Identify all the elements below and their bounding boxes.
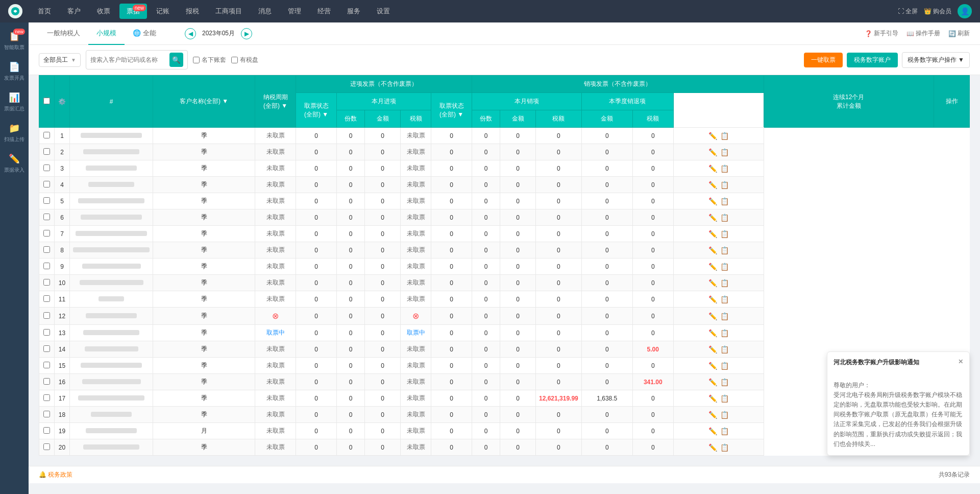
fullscreen-btn[interactable]: ⛶ 全屏 — [898, 7, 918, 16]
copy-icon[interactable]: 📋 — [720, 378, 729, 386]
one-click-fetch-btn[interactable]: 一键取票 — [804, 53, 843, 67]
row-check[interactable] — [39, 128, 55, 144]
edit-icon[interactable]: ✏️ — [708, 246, 717, 254]
copy-icon[interactable]: 📋 — [720, 197, 729, 205]
tab-small-scale[interactable]: 小规模 — [88, 22, 125, 45]
row-check[interactable] — [39, 242, 55, 258]
row-check[interactable] — [39, 439, 55, 456]
row-check[interactable] — [39, 144, 55, 160]
edit-icon[interactable]: ✏️ — [708, 263, 717, 271]
row-check[interactable] — [39, 390, 55, 407]
client-search-input[interactable] — [90, 56, 167, 63]
copy-icon[interactable]: 📋 — [720, 148, 729, 156]
edit-icon[interactable]: ✏️ — [708, 132, 717, 140]
copy-icon[interactable]: 📋 — [720, 329, 729, 337]
copy-icon[interactable]: 📋 — [720, 411, 729, 419]
edit-icon[interactable]: ✏️ — [708, 181, 717, 189]
under-account-check[interactable] — [193, 57, 200, 63]
edit-icon[interactable]: ✏️ — [708, 345, 717, 354]
sidebar-item-scan-upload[interactable]: 📁 扫描上传 — [2, 119, 27, 147]
edit-icon[interactable]: ✏️ — [708, 394, 717, 403]
row-checkbox[interactable] — [43, 148, 50, 155]
edit-icon[interactable]: ✏️ — [708, 230, 717, 238]
digital-account-btn[interactable]: 税务数字账户 — [847, 53, 898, 67]
row-check[interactable] — [39, 291, 55, 308]
row-check[interactable] — [39, 275, 55, 291]
th-client-name[interactable]: 客户名称(全部) ▼ — [153, 76, 255, 128]
copy-icon[interactable]: 📋 — [720, 164, 729, 173]
copy-icon[interactable]: 📋 — [720, 181, 729, 189]
row-check[interactable] — [39, 209, 55, 226]
row-check[interactable] — [39, 193, 55, 209]
row-check[interactable] — [39, 407, 55, 423]
nav-operations[interactable]: 经营 — [310, 4, 338, 19]
copy-icon[interactable]: 📋 — [720, 246, 729, 254]
under-account-checkbox[interactable]: 名下账套 — [193, 56, 226, 64]
copy-icon[interactable]: 📋 — [720, 427, 729, 435]
tab-general-taxpayer[interactable]: 一般纳税人 — [39, 22, 88, 45]
nav-bookkeeping[interactable]: 记账 — [149, 4, 177, 19]
row-checkbox[interactable] — [43, 427, 50, 434]
edit-icon[interactable]: ✏️ — [708, 148, 717, 156]
row-checkbox[interactable] — [43, 329, 50, 336]
row-checkbox[interactable] — [43, 411, 50, 417]
nav-home[interactable]: 首页 — [31, 4, 58, 19]
edit-icon[interactable]: ✏️ — [708, 295, 717, 303]
row-check[interactable] — [39, 160, 55, 177]
row-check[interactable] — [39, 226, 55, 242]
nav-invoice[interactable]: 票据 new — [119, 4, 147, 19]
tax-policy-link[interactable]: 🔔 税务政策 — [39, 471, 72, 479]
th-in-fetch-status[interactable]: 取票状态(全部) ▼ — [296, 93, 337, 128]
edit-icon[interactable]: ✏️ — [708, 362, 717, 370]
copy-icon[interactable]: 📋 — [720, 230, 729, 238]
row-checkbox[interactable] — [43, 345, 50, 352]
edit-icon[interactable]: ✏️ — [708, 329, 717, 337]
sidebar-item-invoice-summary[interactable]: 📊 票据汇总 — [2, 88, 27, 116]
copy-icon[interactable]: 📋 — [720, 295, 729, 303]
edit-icon[interactable]: ✏️ — [708, 378, 717, 386]
row-check[interactable] — [39, 423, 55, 439]
row-check[interactable] — [39, 358, 55, 374]
row-checkbox[interactable] — [43, 181, 50, 187]
row-checkbox[interactable] — [43, 246, 50, 253]
nav-manage[interactable]: 管理 — [281, 4, 308, 19]
row-check[interactable] — [39, 308, 55, 325]
row-checkbox[interactable] — [43, 312, 50, 319]
nav-message[interactable]: 消息 — [251, 4, 279, 19]
row-checkbox[interactable] — [43, 132, 50, 138]
row-checkbox[interactable] — [43, 197, 50, 204]
manual-btn[interactable]: 📖 操作手册 — [906, 29, 940, 38]
copy-icon[interactable]: 📋 — [720, 443, 729, 452]
nav-settings[interactable]: 设置 — [370, 4, 397, 19]
row-checkbox[interactable] — [43, 378, 50, 385]
nav-service[interactable]: 服务 — [340, 4, 368, 19]
th-out-fetch-status[interactable]: 取票状态(全部) ▼ — [431, 93, 472, 128]
edit-icon[interactable]: ✏️ — [708, 312, 717, 320]
row-check[interactable] — [39, 374, 55, 390]
copy-icon[interactable]: 📋 — [720, 312, 729, 320]
copy-icon[interactable]: 📋 — [720, 132, 729, 140]
row-check[interactable] — [39, 341, 55, 358]
row-checkbox[interactable] — [43, 443, 50, 450]
nav-business[interactable]: 工商项目 — [208, 4, 249, 19]
employee-selector[interactable]: 全部员工 ▼ — [39, 53, 81, 67]
sidebar-item-invoice-entry[interactable]: ✏️ 票据录入 — [2, 149, 27, 178]
user-avatar[interactable]: 👤 — [958, 4, 972, 18]
sidebar-item-smart-fetch[interactable]: 📋 智能取票 new — [2, 27, 27, 55]
edit-icon[interactable]: ✏️ — [708, 279, 717, 287]
row-checkbox[interactable] — [43, 164, 50, 171]
row-check[interactable] — [39, 177, 55, 193]
row-check[interactable] — [39, 325, 55, 341]
edit-icon[interactable]: ✏️ — [708, 427, 717, 435]
copy-icon[interactable]: 📋 — [720, 263, 729, 271]
tab-all[interactable]: 🌐全能 — [125, 22, 164, 45]
copy-icon[interactable]: 📋 — [720, 279, 729, 287]
edit-icon[interactable]: ✏️ — [708, 443, 717, 452]
popup-close-btn[interactable]: ✕ — [958, 358, 963, 367]
row-checkbox[interactable] — [43, 362, 50, 368]
copy-icon[interactable]: 📋 — [720, 345, 729, 354]
nav-clients[interactable]: 客户 — [60, 4, 88, 19]
row-checkbox[interactable] — [43, 214, 50, 220]
copy-icon[interactable]: 📋 — [720, 214, 729, 222]
has-taxpad-check[interactable] — [231, 57, 238, 63]
